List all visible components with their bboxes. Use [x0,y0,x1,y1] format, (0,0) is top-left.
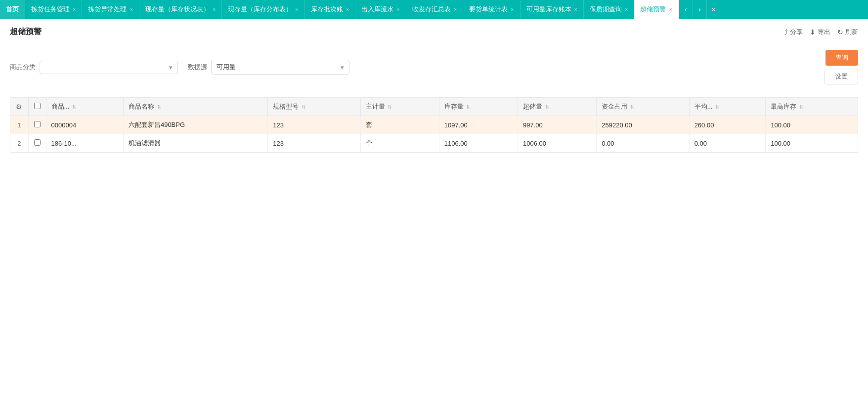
row-capital: 0.00 [597,134,689,153]
col-header-avg: 平均... ⇅ [689,98,766,116]
close-icon[interactable]: × [130,6,132,12]
row-capital: 259220.00 [597,116,689,134]
table-row: 1 0000004 六配套新昌490BPG 123 套 1097.00 997.… [10,116,858,134]
topbar-item-inout[interactable]: 出入库流水 × [355,0,406,19]
datasource-select[interactable]: 可用量 ▾ [211,60,349,75]
refresh-icon: ↻ [837,28,843,36]
topbar-close-button[interactable]: × [706,0,720,19]
export-button[interactable]: ⬇ 导出 [810,28,830,37]
refresh-button[interactable]: ↻ 刷新 [837,28,858,37]
col-header-name: 商品名称 ⇅ [123,98,267,116]
settings-col-header: ⚙ [10,98,28,116]
row-spec: 123 [268,116,360,134]
sort-icon[interactable]: ⇅ [466,104,470,110]
sort-icon[interactable]: ⇅ [545,104,549,110]
row-checkbox-cell [28,116,46,134]
close-icon[interactable]: × [511,6,514,12]
col-header-stock: 库存量 ⇅ [439,98,518,116]
row-stock: 1106.00 [439,134,518,153]
topbar-item-stock-status[interactable]: 现存量（库存状况表） × [139,0,222,19]
sort-icon[interactable]: ⇅ [302,104,305,110]
col-header-code: 商品... ⇅ [46,98,123,116]
page-title: 超储预警 [10,27,42,37]
row-number: 1 [10,116,28,134]
topbar-item-home[interactable]: 首页 [0,0,25,19]
share-icon: ⤴ [784,28,788,36]
page-container: 超储预警 ⤴ 分享 ⬇ 导出 ↻ 刷新 商品分类 ▾ 数据源 [0,19,868,395]
close-icon[interactable]: × [346,6,349,12]
sort-icon[interactable]: ⇅ [72,104,76,110]
row-stock: 1097.00 [439,116,518,134]
row-overstock: 1006.00 [518,134,597,153]
chevron-down-icon: ▾ [341,64,344,71]
table-header-row: ⚙ 商品... ⇅ 商品名称 ⇅ 规格型号 ⇅ [10,98,858,116]
col-header-max-stock: 最高库存 ⇅ [766,98,858,116]
close-icon[interactable]: × [574,6,577,12]
table-row: 2 186-10... 机油滤清器 123 个 1106.00 1006.00 … [10,134,858,153]
row-name: 机油滤清器 [123,134,267,153]
close-icon[interactable]: × [396,6,399,12]
topbar-item-task-mgmt[interactable]: 拣货任务管理 × [25,0,82,19]
chevron-down-icon: ▾ [169,64,173,71]
row-number: 2 [10,134,28,153]
row-avg: 0.00 [689,134,766,153]
col-header-overstock: 超储量 ⇅ [518,98,597,116]
sort-icon[interactable]: ⇅ [388,104,391,110]
datasource-filter: 数据源 可用量 ▾ [188,60,349,75]
row-max-stock: 100.00 [766,134,858,153]
category-label: 商品分类 [10,63,36,72]
topbar-item-exception[interactable]: 拣货异常处理 × [82,0,139,19]
topbar-item-expiry[interactable]: 保质期查询 × [584,0,634,19]
topbar-item-batch[interactable]: 库存批次账 × [305,0,355,19]
row-unit: 套 [360,116,439,134]
row-unit: 个 [360,134,439,153]
topbar: 首页 拣货任务管理 × 拣货异常处理 × 现存量（库存状况表） × 现存量（库存… [0,0,868,19]
close-icon[interactable]: × [625,6,628,12]
close-icon[interactable]: × [73,6,76,12]
topbar-next-button[interactable]: › [693,0,706,19]
page-actions: ⤴ 分享 ⬇ 导出 ↻ 刷新 [784,28,858,37]
row-checkbox[interactable] [34,139,41,146]
topbar-prev-button[interactable]: ‹ [679,0,693,19]
filter-area: 商品分类 ▾ 数据源 可用量 ▾ 查询 设置 [10,45,858,89]
topbar-item-summary[interactable]: 收发存汇总表 × [406,0,463,19]
row-name: 六配套新昌490BPG [123,116,267,134]
row-checkbox[interactable] [34,121,41,127]
datasource-select-value: 可用量 [217,63,236,72]
topbar-item-available[interactable]: 可用量库存账本 × [521,0,584,19]
checkbox-col-header [28,98,46,116]
row-max-stock: 100.00 [766,116,858,134]
close-icon[interactable]: × [213,6,216,12]
data-table: ⚙ 商品... ⇅ 商品名称 ⇅ 规格型号 ⇅ [10,97,858,153]
close-icon[interactable]: × [454,6,457,12]
sort-icon[interactable]: ⇅ [157,104,161,110]
topbar-item-overstock[interactable]: 超储预警 × [634,0,678,19]
select-all-checkbox[interactable] [34,103,41,109]
topbar-item-order-stat[interactable]: 要货单统计表 × [463,0,520,19]
row-code: 0000004 [46,116,123,134]
settings-button[interactable]: 设置 [825,69,858,84]
row-spec: 123 [268,134,360,153]
close-icon[interactable]: × [295,6,298,12]
page-header: 超储预警 ⤴ 分享 ⬇ 导出 ↻ 刷新 [10,27,858,37]
col-header-spec: 规格型号 ⇅ [268,98,360,116]
sort-icon[interactable]: ⇅ [715,104,719,110]
category-select[interactable]: ▾ [40,61,178,74]
export-icon: ⬇ [810,28,816,36]
filter-buttons: 查询 设置 [825,50,858,84]
row-avg: 260.00 [689,116,766,134]
share-button[interactable]: ⤴ 分享 [784,28,803,37]
category-filter: 商品分类 ▾ [10,61,178,74]
col-header-unit: 主计量 ⇅ [360,98,439,116]
row-overstock: 997.00 [518,116,597,134]
row-code: 186-10... [46,134,123,153]
datasource-label: 数据源 [188,63,207,72]
col-header-capital: 资金占用 ⇅ [597,98,689,116]
gear-icon[interactable]: ⚙ [16,103,22,111]
topbar-item-stock-dist[interactable]: 现存量（库存分布表） × [222,0,304,19]
close-icon[interactable]: × [669,6,672,12]
sort-icon[interactable]: ⇅ [799,104,803,110]
sort-icon[interactable]: ⇅ [630,104,634,110]
row-checkbox-cell [28,134,46,153]
query-button[interactable]: 查询 [825,50,858,66]
